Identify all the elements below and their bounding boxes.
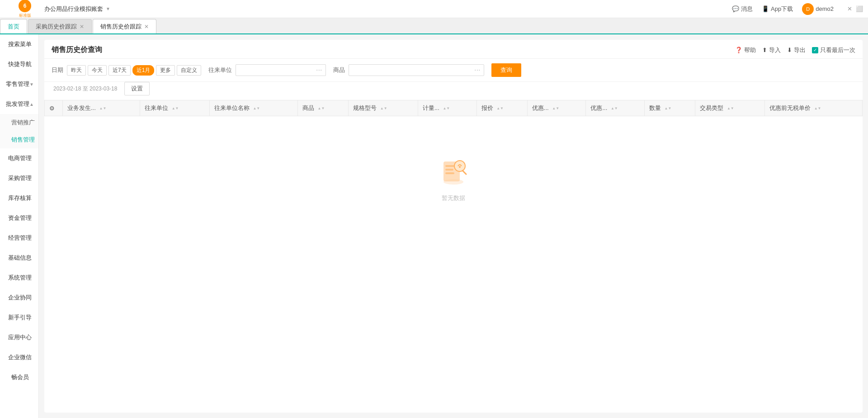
- th-partner-name[interactable]: 往来单位名称 ▲▼: [209, 100, 297, 116]
- th-price[interactable]: 报价 ▲▼: [476, 100, 527, 116]
- close-window-button[interactable]: ✕: [846, 6, 853, 12]
- th-biz-date[interactable]: 业务发生... ▲▼: [63, 100, 140, 116]
- sidebar-item-marketing[interactable]: 营销推广: [0, 114, 38, 131]
- sidebar-item-wholesale[interactable]: 批发管理 ▲: [0, 94, 38, 114]
- content-area: 销售历史价查询 ❓ 帮助 ⬆ 导入 ⬇ 导出 ✓: [39, 34, 868, 418]
- export-button[interactable]: ⬇ 导出: [787, 46, 806, 54]
- th-biz-date-label: 业务发生...: [67, 104, 96, 111]
- th-price-label: 报价: [481, 104, 493, 111]
- th-discount1[interactable]: 优惠... ▲▼: [527, 100, 586, 116]
- empty-state: 暂无数据: [44, 116, 863, 238]
- date-btn-yesterday[interactable]: 昨天: [67, 65, 86, 76]
- sidebar-item-operations[interactable]: 经营管理: [0, 228, 38, 248]
- partner-filter-group: 往来单位 ···: [208, 64, 326, 76]
- th-settings[interactable]: ⚙: [45, 100, 63, 116]
- main-layout: 搜索菜单 快捷导航 零售管理 ▼ 批发管理 ▲ 营销推广 销售管理 电商管理 采…: [0, 34, 868, 418]
- goods-input[interactable]: ···: [349, 64, 484, 76]
- date-btn-today[interactable]: 今天: [88, 65, 107, 76]
- tab-purchase-history[interactable]: 采购历史价跟踪 ✕: [28, 19, 92, 33]
- th-tax-price[interactable]: 优惠前无税单价 ▲▼: [765, 100, 863, 116]
- app-selector[interactable]: 办公用品行业模拟账套 ▼: [44, 5, 732, 13]
- date-btn-more[interactable]: 更多: [156, 65, 175, 76]
- th-partner-code-label: 往来单位: [145, 104, 168, 111]
- maximize-window-button[interactable]: ⬜: [856, 6, 863, 12]
- sidebar-item-guide-label: 新手引导: [8, 314, 32, 322]
- table-container: ⚙ 业务发生... ▲▼ 往来单位 ▲▼ 往来单位名称: [44, 100, 863, 413]
- sidebar-item-cooperation[interactable]: 企业协同: [0, 288, 38, 308]
- sidebar-item-system[interactable]: 系统管理: [0, 268, 38, 288]
- partner-label: 往来单位: [208, 66, 232, 74]
- app-download-button[interactable]: 📱 App下载: [762, 5, 793, 13]
- date-btn-custom[interactable]: 自定义: [177, 65, 201, 76]
- sort-icon: ▲▼: [665, 106, 672, 110]
- date-label: 日期: [52, 66, 63, 74]
- tab-home[interactable]: 首页: [0, 19, 27, 33]
- sort-icon: ▲▼: [727, 106, 734, 110]
- data-table: ⚙ 业务发生... ▲▼ 往来单位 ▲▼ 往来单位名称: [44, 100, 863, 116]
- sort-icon: ▲▼: [814, 106, 821, 110]
- page-actions: ❓ 帮助 ⬆ 导入 ⬇ 导出 ✓ 只看最后一次: [735, 46, 855, 54]
- goods-filter-group: 商品 ···: [333, 64, 484, 76]
- th-quantity[interactable]: 数量 ▲▼: [644, 100, 695, 116]
- chevron-down-icon: ▼: [29, 81, 34, 87]
- th-trade-type-label: 交易类型: [700, 104, 723, 111]
- tab-purchase-history-close[interactable]: ✕: [80, 24, 84, 30]
- avatar: D: [802, 3, 814, 15]
- sidebar-item-app-center-label: 应用中心: [8, 334, 32, 342]
- sidebar-item-inventory[interactable]: 库存核算: [0, 188, 38, 208]
- sidebar-item-finance[interactable]: 资金管理: [0, 208, 38, 228]
- sidebar-item-purchase-label: 采购管理: [8, 175, 32, 182]
- user-menu[interactable]: D demo2: [802, 3, 834, 15]
- top-bar: 6 标准版 办公用品行业模拟账套 ▼ 💬 消息 📱 App下载 D demo2 …: [0, 0, 868, 18]
- tab-sales-history-close[interactable]: ✕: [144, 24, 149, 30]
- query-button[interactable]: 查询: [491, 63, 521, 77]
- sidebar-item-basic-info[interactable]: 基础信息: [0, 248, 38, 268]
- date-btn-1month[interactable]: 近1月: [132, 65, 155, 76]
- tab-sales-history-label: 销售历史价跟踪: [100, 23, 142, 31]
- sidebar-item-enterprise-wechat[interactable]: 企业微信: [0, 347, 38, 367]
- sidebar-item-marketing-label: 营销推广: [11, 119, 35, 127]
- help-button[interactable]: ❓ 帮助: [735, 46, 756, 54]
- chevron-down-icon: ▼: [106, 6, 110, 11]
- empty-text: 暂无数据: [442, 194, 465, 202]
- sidebar-item-sales-mgmt-label: 销售管理: [11, 136, 35, 144]
- th-trade-type[interactable]: 交易类型 ▲▼: [695, 100, 765, 116]
- th-spec[interactable]: 规格型号 ▲▼: [349, 100, 418, 116]
- filter-row2: 2023-02-18 至 2023-03-18 设置: [44, 82, 863, 100]
- sidebar-item-quick-nav[interactable]: 快捷导航: [0, 54, 38, 74]
- sidebar-item-retail-label: 零售管理: [6, 81, 29, 88]
- svg-point-6: [459, 166, 461, 168]
- th-discount2[interactable]: 优惠... ▲▼: [586, 100, 645, 116]
- sort-icon: ▲▼: [552, 106, 559, 110]
- sidebar-item-purchase[interactable]: 采购管理: [0, 168, 38, 188]
- sidebar-item-ecommerce-label: 电商管理: [8, 155, 32, 162]
- settings-button[interactable]: 设置: [124, 82, 150, 95]
- message-icon: 💬: [732, 5, 739, 12]
- sidebar-item-sales-mgmt[interactable]: 销售管理: [0, 131, 38, 148]
- message-button[interactable]: 💬 消息: [732, 5, 753, 13]
- tab-sales-history[interactable]: 销售历史价跟踪 ✕: [93, 19, 156, 33]
- app-name: 办公用品行业模拟账套: [44, 5, 103, 13]
- th-unit[interactable]: 计量... ▲▼: [418, 100, 476, 116]
- sidebar-item-inventory-label: 库存核算: [8, 195, 32, 202]
- sidebar-item-app-center[interactable]: 应用中心: [0, 328, 38, 347]
- chevron-up-icon: ▲: [29, 101, 34, 107]
- filter-area: 日期 昨天 今天 近7天 近1月 更多 自定义 往来单位 ···: [44, 59, 863, 82]
- th-partner-code[interactable]: 往来单位 ▲▼: [140, 100, 210, 116]
- sidebar-item-ecommerce[interactable]: 电商管理: [0, 148, 38, 168]
- import-button[interactable]: ⬆ 导入: [762, 46, 781, 54]
- sort-icon: ▲▼: [318, 106, 325, 110]
- sidebar-item-vip[interactable]: 畅会员: [0, 367, 38, 387]
- date-btn-7days[interactable]: 近7天: [108, 65, 131, 76]
- th-goods[interactable]: 商品 ▲▼: [297, 100, 348, 116]
- last-one-checkbox[interactable]: ✓ 只看最后一次: [812, 46, 855, 54]
- sort-icon: ▲▼: [253, 106, 260, 110]
- sidebar-item-search[interactable]: 搜索菜单: [0, 34, 38, 54]
- date-filter-group: 日期 昨天 今天 近7天 近1月 更多 自定义: [52, 65, 201, 76]
- partner-input[interactable]: ···: [236, 64, 326, 76]
- sidebar-item-retail[interactable]: 零售管理 ▼: [0, 74, 38, 94]
- sidebar-item-search-label: 搜索菜单: [8, 41, 32, 48]
- sort-icon: ▲▼: [496, 106, 504, 110]
- settings-icon: ⚙: [49, 105, 55, 112]
- sidebar-item-guide[interactable]: 新手引导: [0, 308, 38, 328]
